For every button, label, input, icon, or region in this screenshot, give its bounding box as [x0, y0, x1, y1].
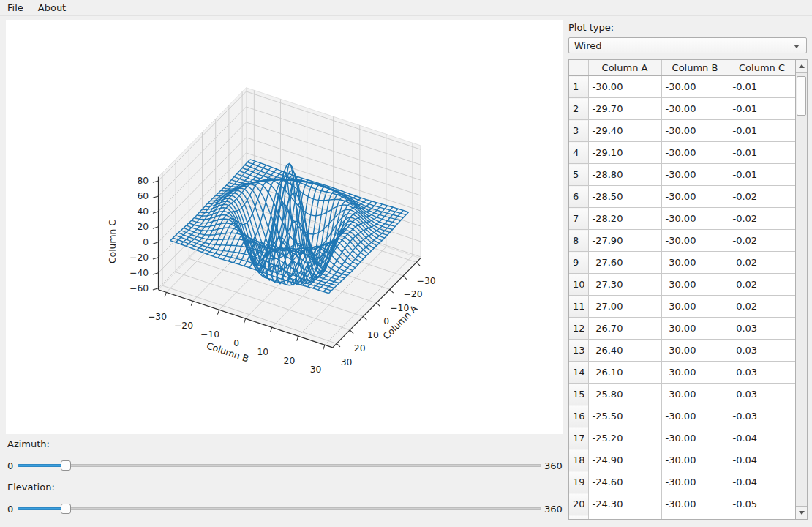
scroll-down-button[interactable] — [796, 506, 807, 519]
table-cell[interactable]: -0.03 — [729, 318, 795, 340]
table-cell[interactable]: -26.70 — [588, 318, 661, 340]
table-cell[interactable]: -30.00 — [661, 208, 729, 230]
column-header-c[interactable]: Column C — [729, 60, 795, 76]
table-cell[interactable]: -0.03 — [729, 405, 795, 427]
table-cell[interactable]: -29.10 — [588, 142, 661, 164]
table-cell[interactable]: -30.00 — [661, 98, 729, 120]
table-cell[interactable]: -0.03 — [729, 340, 795, 362]
elevation-slider-handle[interactable] — [61, 504, 71, 514]
row-number-cell[interactable]: 6 — [569, 186, 588, 208]
row-number-cell[interactable]: 10 — [569, 274, 588, 296]
table-cell[interactable]: -0.02 — [729, 274, 795, 296]
row-number-cell[interactable]: 11 — [569, 296, 588, 318]
table-cell[interactable]: -30.00 — [661, 318, 729, 340]
table-cell[interactable]: -26.40 — [588, 340, 661, 362]
table-cell[interactable]: -0.01 — [729, 120, 795, 142]
table-cell[interactable]: -27.90 — [588, 230, 661, 252]
table-cell[interactable]: -0.04 — [729, 471, 795, 493]
table-cell[interactable]: -0.04 — [729, 427, 795, 449]
table-cell[interactable]: -30.00 — [661, 493, 729, 515]
table-cell[interactable]: -30.00 — [588, 76, 661, 98]
table-cell[interactable] — [729, 515, 795, 520]
column-header-b[interactable]: Column B — [661, 60, 729, 76]
azimuth-slider-track[interactable] — [18, 464, 541, 467]
table-cell[interactable]: -28.20 — [588, 208, 661, 230]
table-cell[interactable]: -30.00 — [661, 296, 729, 318]
table-cell[interactable]: -25.20 — [588, 427, 661, 449]
table-cell[interactable]: -0.02 — [729, 252, 795, 274]
table-cell[interactable]: -30.00 — [661, 76, 729, 98]
table-cell[interactable]: -30.00 — [661, 186, 729, 208]
row-number-cell[interactable]: 19 — [569, 471, 588, 493]
row-number-cell[interactable]: 2 — [569, 98, 588, 120]
table-cell[interactable]: -30.00 — [661, 427, 729, 449]
table-cell[interactable]: -29.70 — [588, 98, 661, 120]
table-cell[interactable] — [661, 515, 729, 520]
table-cell[interactable]: -30.00 — [661, 252, 729, 274]
table-cell[interactable]: -30.00 — [661, 142, 729, 164]
table-cell[interactable]: -25.80 — [588, 384, 661, 405]
table-cell[interactable]: -24.90 — [588, 449, 661, 471]
row-number-cell[interactable]: 13 — [569, 340, 588, 362]
row-number-cell[interactable]: 5 — [569, 164, 588, 186]
table-cell[interactable]: -0.01 — [729, 76, 795, 98]
table-cell[interactable]: -27.00 — [588, 296, 661, 318]
table-cell[interactable]: -30.00 — [661, 384, 729, 405]
table-cell[interactable]: -0.02 — [729, 296, 795, 318]
row-number-cell[interactable]: 18 — [569, 449, 588, 471]
row-number-cell[interactable]: 9 — [569, 252, 588, 274]
menu-item-file[interactable]: File — [0, 1, 31, 15]
row-number-cell[interactable]: 8 — [569, 230, 588, 252]
table-cell[interactable]: -24.30 — [588, 493, 661, 515]
row-number-cell[interactable]: 14 — [569, 362, 588, 384]
table-cell[interactable]: -0.01 — [729, 164, 795, 186]
table-cell[interactable]: -0.01 — [729, 142, 795, 164]
table-cell[interactable]: -0.02 — [729, 208, 795, 230]
table-cell[interactable]: -30.00 — [661, 230, 729, 252]
table-cell[interactable]: -27.60 — [588, 252, 661, 274]
table-cell[interactable]: -30.00 — [661, 405, 729, 427]
column-header-a[interactable]: Column A — [588, 60, 661, 76]
scrollbar-thumb[interactable] — [797, 76, 806, 116]
row-number-cell[interactable]: 15 — [569, 384, 588, 405]
table-cell[interactable]: -0.05 — [729, 493, 795, 515]
table-cell[interactable]: -30.00 — [661, 274, 729, 296]
vertical-scrollbar[interactable] — [795, 60, 807, 519]
table-cell[interactable]: -28.80 — [588, 164, 661, 186]
table-cell[interactable]: -0.04 — [729, 449, 795, 471]
plot-type-dropdown[interactable]: Wired — [568, 37, 807, 53]
table-cell[interactable]: -27.30 — [588, 274, 661, 296]
table-cell[interactable]: -30.00 — [661, 449, 729, 471]
table-cell[interactable]: -30.00 — [661, 362, 729, 384]
row-number-cell[interactable]: 17 — [569, 427, 588, 449]
row-number-cell[interactable]: 7 — [569, 208, 588, 230]
table-cell[interactable]: -0.01 — [729, 98, 795, 120]
azimuth-slider[interactable] — [18, 460, 541, 471]
table-cell[interactable]: -25.50 — [588, 405, 661, 427]
table-cell[interactable]: -30.00 — [661, 120, 729, 142]
menu-item-about[interactable]: About — [31, 1, 73, 15]
table-cell[interactable]: -26.10 — [588, 362, 661, 384]
table-cell[interactable]: -24.60 — [588, 471, 661, 493]
table-cell[interactable]: -0.03 — [729, 384, 795, 405]
table-cell[interactable]: -30.00 — [661, 471, 729, 493]
table-cell[interactable] — [588, 515, 661, 520]
row-number-cell[interactable]: 16 — [569, 405, 588, 427]
row-number-cell[interactable] — [569, 515, 588, 520]
table-cell[interactable]: -28.50 — [588, 186, 661, 208]
table-cell[interactable]: -29.40 — [588, 120, 661, 142]
table-cell[interactable]: -0.02 — [729, 230, 795, 252]
table-cell[interactable]: -0.03 — [729, 362, 795, 384]
row-number-cell[interactable]: 4 — [569, 142, 588, 164]
table-cell[interactable]: -30.00 — [661, 340, 729, 362]
elevation-slider-track[interactable] — [18, 507, 541, 510]
row-number-cell[interactable]: 12 — [569, 318, 588, 340]
table-cell[interactable]: -30.00 — [661, 164, 729, 186]
elevation-slider[interactable] — [18, 504, 541, 514]
azimuth-slider-handle[interactable] — [61, 460, 71, 471]
row-number-cell[interactable]: 20 — [569, 493, 588, 515]
scroll-up-button[interactable] — [796, 60, 807, 73]
row-number-cell[interactable]: 3 — [569, 120, 588, 142]
table-cell[interactable]: -0.02 — [729, 186, 795, 208]
row-number-cell[interactable]: 1 — [569, 76, 588, 98]
